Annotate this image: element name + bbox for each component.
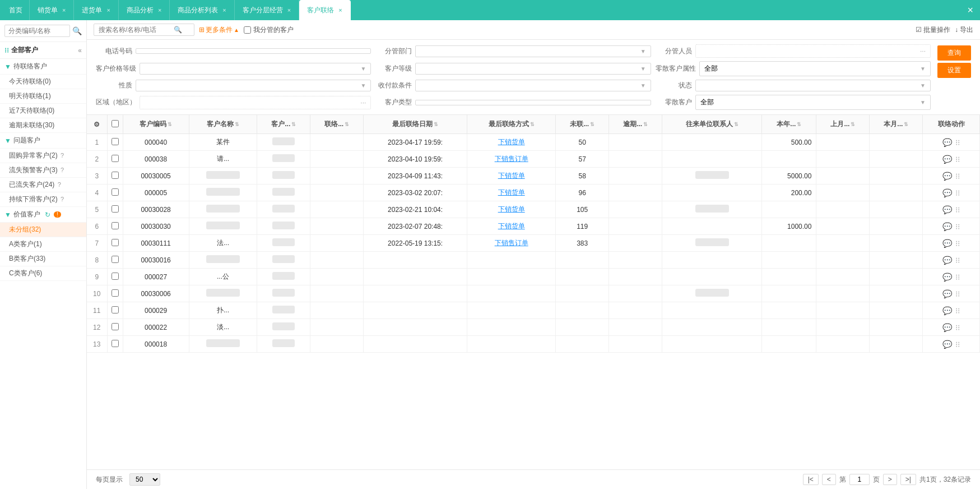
sidebar-search-input[interactable] [4, 25, 70, 37]
sidebar-today[interactable]: 今天待联络(0) [0, 75, 86, 89]
row-checkbox[interactable] [112, 340, 119, 347]
status-select[interactable]: ▼ [695, 80, 931, 91]
row-checkbox[interactable] [112, 155, 119, 162]
chat-icon[interactable]: 💬 [942, 239, 952, 248]
grid-action-icon[interactable]: ⁝⁝ [955, 306, 960, 315]
prev-page-btn[interactable]: < [822, 474, 836, 485]
tab-product-analysis-list-close[interactable]: × [222, 7, 226, 13]
th-checkbox[interactable] [107, 115, 123, 134]
tab-home[interactable]: 首页 [2, 0, 30, 20]
sidebar-overdue[interactable]: 逾期未联络(30) [0, 118, 86, 133]
row-checkbox-cell[interactable] [107, 218, 123, 235]
row-checkbox-cell[interactable] [107, 302, 123, 319]
export-btn[interactable]: ↓ 导出 [955, 25, 973, 35]
grid-action-icon[interactable]: ⁝⁝ [955, 340, 960, 349]
chat-icon[interactable]: 💬 [942, 138, 952, 147]
grid-action-icon[interactable]: ⁝⁝ [955, 188, 960, 197]
sidebar-unclassified[interactable]: 未分组(32) [0, 223, 86, 237]
retail-select[interactable]: 全部 ▼ [695, 95, 931, 110]
sidebar-all-customers[interactable]: ⁝⁝ 全部客户 « [0, 42, 86, 59]
row-checkbox-cell[interactable] [107, 184, 123, 201]
row-checkbox-cell[interactable] [107, 336, 123, 353]
row-checkbox[interactable] [112, 323, 119, 330]
sidebar-pending-contact-group[interactable]: ▼ 待联络客户 [0, 59, 86, 75]
last-method-link[interactable]: 下销售订单 [495, 239, 528, 247]
chat-icon[interactable]: 💬 [942, 172, 952, 181]
row-checkbox[interactable] [112, 273, 119, 280]
grid-action-icon[interactable]: ⁝⁝ [955, 239, 960, 248]
customer-level-select[interactable]: ▼ [415, 63, 651, 75]
last-method-link[interactable]: 下销货单 [498, 138, 525, 146]
row-checkbox[interactable] [112, 306, 119, 313]
retail-attr-select[interactable]: 全部 ▼ [699, 61, 931, 76]
last-method-link[interactable]: 下销售订单 [495, 155, 528, 163]
page-size-select[interactable]: 50 100 200 [129, 473, 160, 486]
grid-action-icon[interactable]: ⁝⁝ [955, 155, 960, 164]
chat-icon[interactable]: 💬 [942, 340, 952, 349]
grid-action-icon[interactable]: ⁝⁝ [955, 222, 960, 231]
row-checkbox[interactable] [112, 205, 119, 213]
collapse-icon[interactable]: « [78, 47, 82, 54]
person-input[interactable]: ··· [695, 44, 931, 58]
chat-icon[interactable]: 💬 [942, 205, 952, 214]
sidebar-flow-warning[interactable]: 流失预警客户(3) ? [0, 163, 86, 178]
chat-icon[interactable]: 💬 [942, 306, 952, 315]
last-method-link[interactable]: 下销货单 [498, 222, 525, 230]
search-input[interactable] [99, 26, 171, 34]
search-icon[interactable]: 🔍 [174, 26, 182, 34]
dept-select[interactable]: ▼ [415, 45, 651, 57]
sidebar-search-icon[interactable]: 🔍 [72, 26, 82, 35]
row-checkbox-cell[interactable] [107, 201, 123, 218]
row-checkbox-cell[interactable] [107, 134, 123, 151]
my-customers-checkbox[interactable] [244, 26, 251, 34]
tab-product-analysis-list[interactable]: 商品分析列表 × [170, 0, 234, 20]
sidebar-tomorrow[interactable]: 明天待联络(1) [0, 89, 86, 104]
window-close-icon[interactable]: × [967, 4, 978, 16]
row-checkbox[interactable] [112, 239, 119, 246]
grid-action-icon[interactable]: ⁝⁝ [955, 256, 960, 265]
select-all-checkbox[interactable] [112, 120, 119, 127]
chat-icon[interactable]: 💬 [942, 289, 952, 298]
tab-customer-segment-close[interactable]: × [287, 7, 291, 13]
region-input[interactable]: ··· [140, 96, 371, 109]
phone-input[interactable] [136, 48, 371, 54]
last-method-link[interactable]: 下销货单 [498, 188, 525, 196]
tab-sales[interactable]: 销货单 × [30, 0, 74, 20]
chat-icon[interactable]: 💬 [942, 155, 952, 164]
tab-product-analysis[interactable]: 商品分析 × [119, 0, 170, 20]
row-checkbox-cell[interactable] [107, 151, 123, 168]
row-checkbox[interactable] [112, 222, 119, 229]
row-checkbox-cell[interactable] [107, 285, 123, 302]
chat-icon[interactable]: 💬 [942, 188, 952, 197]
grid-action-icon[interactable]: ⁝⁝ [955, 273, 960, 282]
refresh-icon[interactable]: ↻ [45, 211, 50, 219]
sidebar-classA[interactable]: A类客户(1) [0, 237, 86, 252]
last-method-link[interactable]: 下销货单 [498, 172, 525, 179]
tab-customer-contact[interactable]: 客户联络 × [299, 0, 350, 20]
row-checkbox-cell[interactable] [107, 168, 123, 184]
row-checkbox-cell[interactable] [107, 252, 123, 269]
sidebar-problem-group[interactable]: ▼ 问题客户 [0, 133, 86, 149]
tab-purchase[interactable]: 进货单 × [74, 0, 118, 20]
sidebar-continuous-decline[interactable]: 持续下滑客户(2) ? [0, 192, 86, 207]
chat-icon[interactable]: 💬 [942, 222, 952, 231]
sidebar-lost[interactable]: 已流失客户(24) ? [0, 178, 86, 192]
last-method-link[interactable]: 下销货单 [498, 205, 525, 213]
next-page-btn[interactable]: > [883, 474, 897, 485]
tab-customer-segment[interactable]: 客户分层经营 × [235, 0, 299, 20]
row-checkbox-cell[interactable] [107, 235, 123, 252]
sidebar-recent7[interactable]: 近7天待联络(0) [0, 104, 86, 118]
reset-button[interactable]: 设置 [937, 63, 971, 78]
customer-type-select[interactable] [415, 100, 651, 105]
row-checkbox[interactable] [112, 256, 119, 263]
tab-purchase-close[interactable]: × [106, 7, 110, 13]
row-checkbox-cell[interactable] [107, 319, 123, 336]
row-checkbox[interactable] [112, 188, 119, 196]
more-conditions-btn[interactable]: ⊞ 更多条件 ▲ [199, 25, 239, 35]
sidebar-value-group[interactable]: ▼ 价值客户 ↻ ! [0, 207, 86, 223]
th-settings[interactable]: ⚙ [87, 115, 107, 134]
grid-action-icon[interactable]: ⁝⁝ [955, 289, 960, 298]
query-button[interactable]: 查询 [937, 45, 971, 61]
chat-icon[interactable]: 💬 [942, 323, 952, 332]
sidebar-classC[interactable]: C类客户(6) [0, 266, 86, 281]
